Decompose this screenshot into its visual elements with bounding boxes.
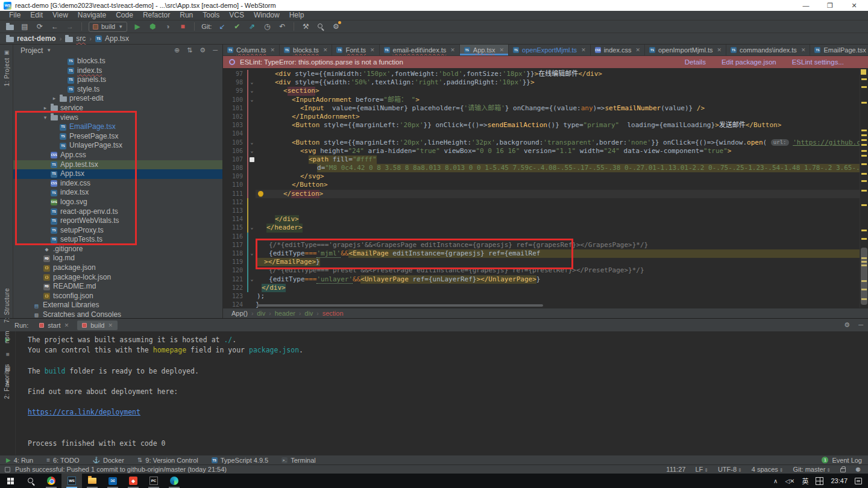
lock-icon[interactable] [840, 468, 846, 472]
tree-item-package-json[interactable]: {}package.json [13, 263, 222, 273]
menu-help[interactable]: Help [285, 11, 309, 20]
tree-item-index-css[interactable]: CSSindex.css [13, 179, 222, 189]
banner-action-eslint-settings[interactable]: ESLint settings... [792, 58, 844, 66]
code-line-112[interactable]: 112 [223, 198, 868, 207]
close-button[interactable]: ✕ [850, 2, 858, 10]
warning-stripe-mark[interactable] [861, 150, 867, 152]
code-line-121[interactable]: 121⌄{editType==='unlayer'&&<UnlayerPage … [223, 275, 868, 284]
code-line-105[interactable]: 105⌄<Button style={{marginLeft:'20px',li… [223, 139, 868, 147]
tree-item-blocks-ts[interactable]: TSblocks.ts [13, 57, 222, 66]
code-line-98[interactable]: 98⌄<div style={{width:'50%',textAlign:'r… [223, 78, 868, 87]
event-log-button[interactable]: Event Log [832, 457, 862, 464]
wrench-icon[interactable]: ⚒ [301, 22, 310, 31]
warning-stripe-mark[interactable] [861, 238, 867, 240]
chevron-down-icon[interactable]: ▼ [46, 48, 51, 53]
tool-button-npm[interactable]: npm [0, 331, 13, 343]
taskbar-mail[interactable]: ✉ [102, 474, 123, 488]
breadcrumb-src[interactable]: src [65, 34, 86, 43]
tree-item-unlayerpage-tsx[interactable]: TSUnlayerPage.tsx [13, 141, 222, 151]
code-line-117[interactable]: 117{/*{editType==='grapejs'&&<GrapesPage… [223, 241, 868, 249]
tree-item-tsconfig-json[interactable]: {}tsconfig.json [13, 292, 222, 301]
horizontal-scrollbar[interactable] [257, 304, 543, 307]
tree-item-app-test-tsx[interactable]: TSApp.test.tsx [13, 160, 222, 170]
warning-stripe-mark[interactable] [861, 130, 867, 131]
code-line-100[interactable]: 100⌄<InputAdornment before="邮箱： "> [223, 96, 868, 104]
code-line-115[interactable]: 115⌄</header> [223, 224, 868, 232]
code-line-111[interactable]: 111</section> [223, 190, 868, 198]
warning-stripe-mark[interactable] [861, 180, 867, 182]
warning-stripe-mark[interactable] [861, 78, 867, 80]
taskbar-format-factory[interactable]: ◆ [123, 474, 143, 488]
close-icon[interactable]: ✕ [801, 47, 806, 53]
menu-edit[interactable]: Edit [26, 11, 47, 20]
warning-stripe-mark[interactable] [861, 190, 867, 192]
warning-stripe-mark[interactable] [861, 204, 867, 206]
warning-stripe-mark[interactable] [861, 230, 867, 231]
toolwindow-terminal[interactable]: >_Terminal [281, 457, 316, 464]
tab-index-css[interactable]: CSSindex.css✕ [591, 45, 645, 55]
tool-button-project[interactable]: ▣ 1: Project [0, 49, 13, 86]
code-line-101[interactable]: 101<Input value={emailNumber} placeholde… [223, 104, 868, 113]
run-tab-start[interactable]: start✕ [34, 321, 74, 330]
warning-stripe-mark[interactable] [861, 173, 867, 175]
menu-vcs[interactable]: VCS [225, 11, 248, 20]
code-line-114[interactable]: 114</div> [223, 215, 868, 224]
breadcrumb-header[interactable]: header [275, 310, 295, 317]
close-icon[interactable]: ✕ [636, 47, 641, 53]
code-line-116[interactable]: 116 [223, 233, 868, 241]
menu-refactor[interactable]: Refactor [139, 11, 174, 20]
tree-item-reportwebvitals-ts[interactable]: TSreportWebVitals.ts [13, 216, 222, 226]
close-icon[interactable]: ✕ [717, 47, 722, 53]
tab-emailpage-tsx[interactable]: TSEmailPage.tsx✕ [810, 45, 868, 55]
git-update-icon[interactable]: ↙ [217, 22, 227, 31]
warning-stripe-mark[interactable] [861, 102, 867, 104]
volume-muted-icon[interactable]: ◁✕ [785, 478, 794, 484]
open-folder-icon[interactable] [5, 22, 14, 31]
code-line-102[interactable]: 102</InputAdornment> [223, 113, 868, 121]
tool-button-2-favorites[interactable]: 2: Favorites [0, 364, 13, 399]
close-icon[interactable]: ✕ [370, 47, 375, 53]
vertical-scrollbar-thumb[interactable] [861, 248, 867, 305]
menu-run[interactable]: Run [175, 11, 197, 20]
close-icon[interactable]: ✕ [64, 322, 69, 328]
tree-item-index-ts[interactable]: TSindex.ts [13, 66, 222, 76]
breadcrumb-file[interactable]: TS App.tsx [95, 34, 129, 43]
taskbar-edge[interactable] [164, 474, 184, 488]
breadcrumb-section[interactable]: section [322, 310, 344, 317]
run-tab-build[interactable]: build✕ [77, 321, 118, 330]
warning-stripe-mark[interactable] [861, 134, 867, 136]
toolwindow-typescript-4-9-5[interactable]: TSTypeScript 4.9.5 [212, 457, 269, 464]
code-line-107[interactable]: 107<path fill="#fff" [223, 155, 868, 164]
close-icon[interactable]: ✕ [581, 47, 586, 53]
tab-column-ts[interactable]: TSColumn.ts✕ [223, 45, 280, 55]
tree-item-index-tsx[interactable]: TSindex.tsx [13, 188, 222, 198]
tab-commands-index-ts[interactable]: TScommands\index.ts✕ [726, 45, 810, 55]
clock[interactable]: 23:47 [831, 477, 848, 484]
back-icon[interactable]: ← [50, 22, 60, 31]
code-line-99[interactable]: 99⌄<section> [223, 87, 868, 95]
code-line-118[interactable]: 118⌄{editType==='mjml'&&<EmailPage editI… [223, 249, 868, 258]
tab-openexportmjml-ts[interactable]: TSopenExportMjml.ts✕ [509, 45, 591, 55]
code-editor[interactable]: 97<div style={{minWidth:'150px',fontWeig… [223, 68, 868, 308]
restore-button[interactable]: ❐ [826, 2, 834, 10]
chevron-right-icon[interactable]: ▸ [42, 104, 48, 113]
toolwindow-9-version-control[interactable]: ⇅9: Version Control [137, 457, 198, 464]
ide-internal-errors-icon[interactable]: ⚈ [855, 466, 861, 473]
start-button[interactable] [0, 474, 20, 488]
code-line-108[interactable]: 108d="M8 0c4.42 0 8 3.58 8 8a8.013 8.013… [223, 164, 868, 172]
tab-blocks-ts[interactable]: TSblocks.ts✕ [280, 45, 332, 55]
menu-window[interactable]: Window [250, 11, 284, 20]
taskbar-explorer[interactable] [82, 474, 102, 488]
breadcrumb-app[interactable]: App() [231, 310, 248, 317]
tree-item-panels-ts[interactable]: TSpanels.ts [13, 75, 222, 85]
close-icon[interactable]: ✕ [108, 322, 113, 328]
gear-icon[interactable]: ⚙ [200, 46, 206, 54]
rollback-icon[interactable]: ↶ [277, 22, 287, 31]
taskbar-chrome[interactable] [41, 474, 61, 488]
caret-position-widget[interactable]: 111:27 [666, 466, 685, 473]
tab-email-edit-index-ts[interactable]: TSemail-edit\index.ts✕ [380, 45, 460, 55]
taskbar-search-button[interactable] [20, 474, 41, 488]
history-icon[interactable]: ◷ [262, 22, 272, 31]
tree-item-logo-svg[interactable]: SVGlogo.svg [13, 198, 222, 207]
ime-language-indicator[interactable]: 英 [802, 476, 808, 486]
